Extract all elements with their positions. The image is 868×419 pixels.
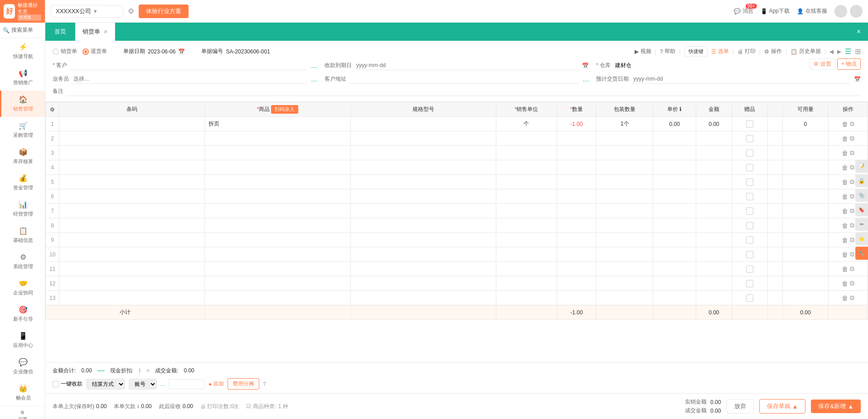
row-copy-btn[interactable]: ⧉	[850, 236, 854, 244]
sidebar-item-operations[interactable]: 📊 经营管理	[0, 196, 45, 222]
row-spec-cell[interactable]	[350, 247, 496, 262]
row-price-cell[interactable]	[653, 204, 696, 218]
row-barcode-cell[interactable]	[59, 146, 205, 160]
row-gift-cell[interactable]	[732, 204, 768, 218]
toolbar-shortkey-btn[interactable]: 快捷键	[684, 46, 708, 57]
row-price-cell[interactable]	[653, 276, 696, 291]
row-copy-btn[interactable]: ⧉	[850, 120, 854, 128]
payment-more-icon[interactable]: ...	[160, 381, 165, 387]
row-product-cell[interactable]	[205, 218, 350, 233]
row-product-cell[interactable]	[205, 291, 350, 305]
row-product-cell[interactable]	[205, 233, 350, 247]
row-price-cell[interactable]: 0.00	[653, 117, 696, 131]
one-click-checkbox[interactable]	[53, 381, 59, 387]
row-spec-cell[interactable]	[350, 291, 496, 305]
row-delete-btn[interactable]: 🗑	[842, 222, 848, 229]
row-copy-btn[interactable]: ⧉	[850, 250, 854, 258]
trial-button[interactable]: 体验行业方案	[139, 5, 189, 18]
row-spec-cell[interactable]	[350, 160, 496, 175]
toolbar-video[interactable]: ▶ 视频	[635, 48, 651, 55]
row-product-cell[interactable]	[205, 146, 350, 160]
row-copy-btn[interactable]: ⧉	[850, 265, 854, 273]
row-delete-btn[interactable]: 🗑	[842, 207, 848, 215]
row-delete-btn[interactable]: 🗑	[842, 178, 848, 186]
row-barcode-cell[interactable]	[59, 204, 205, 218]
tab-bar-close-icon[interactable]: ×	[849, 28, 868, 36]
row-qty-cell[interactable]	[557, 233, 596, 247]
row-copy-btn[interactable]: ⧉	[850, 294, 854, 302]
toolbar-select[interactable]: ☰ 选单	[711, 48, 729, 55]
customer-more-icon[interactable]: ...	[311, 62, 317, 70]
row-delete-btn[interactable]: 🗑	[842, 164, 848, 171]
row-gift-cell[interactable]	[732, 247, 768, 262]
sidebar-item-member[interactable]: 👑 畅会员	[0, 380, 45, 406]
row-spec-cell[interactable]	[350, 117, 496, 131]
tab-sales-order[interactable]: 销货单 ×	[75, 23, 115, 41]
row-delete-btn[interactable]: 🗑	[842, 265, 848, 273]
view-grid-icon[interactable]: ⊞	[855, 47, 861, 56]
row-delete-btn[interactable]: 🗑	[842, 120, 848, 128]
one-click-payment-check[interactable]: 一键收款	[53, 380, 82, 388]
row-delete-btn[interactable]: 🗑	[842, 236, 848, 244]
row-spec-cell[interactable]	[350, 131, 496, 146]
row-price-cell[interactable]	[653, 233, 696, 247]
row-price-cell[interactable]	[653, 291, 696, 305]
rp-tool-btn[interactable]: 🔧	[855, 246, 868, 260]
settings-btn[interactable]: ⚙ ⚙ 设置设置	[810, 58, 835, 70]
row-product-cell[interactable]	[205, 175, 350, 189]
row-price-cell[interactable]	[653, 160, 696, 175]
rp-attach-btn[interactable]: 📎	[855, 188, 868, 202]
row-price-cell[interactable]	[653, 189, 696, 204]
sidebar-item-quick-nav[interactable]: ⚡ 快捷导航	[0, 38, 45, 64]
row-qty-cell[interactable]: -1.00	[557, 117, 596, 131]
row-copy-btn[interactable]: ⧉	[850, 222, 854, 229]
sidebar-item-app-center[interactable]: 📱 应用中心	[0, 327, 45, 353]
topbar-settings-icon[interactable]: ⚙	[128, 7, 134, 15]
row-gift-cell[interactable]	[732, 276, 768, 291]
sidebar-item-enterprise[interactable]: 🤝 企业协同	[0, 275, 45, 301]
row-qty-cell[interactable]	[557, 146, 596, 160]
view-list-icon[interactable]: ☰	[845, 47, 851, 56]
row-spec-cell[interactable]	[350, 276, 496, 291]
customer-addr-input[interactable]	[349, 74, 578, 84]
abandon-button[interactable]: 放弃	[727, 399, 754, 414]
row-qty-cell[interactable]	[557, 218, 596, 233]
row-copy-btn[interactable]: ⧉	[850, 135, 854, 142]
sidebar-item-marketing[interactable]: 📢 营销推广	[0, 64, 45, 91]
row-spec-cell[interactable]	[350, 189, 496, 204]
customer-input[interactable]	[70, 61, 306, 70]
row-gift-cell[interactable]	[732, 291, 768, 305]
save-new-button[interactable]: 保存&新增 ▲	[811, 400, 861, 413]
user-avatar-2[interactable]	[850, 5, 863, 18]
row-barcode-cell[interactable]	[59, 276, 205, 291]
row-product-cell[interactable]	[205, 276, 350, 291]
tab-home[interactable]: 首页	[45, 23, 75, 41]
row-qty-cell[interactable]	[557, 160, 596, 175]
salesperson-more-icon[interactable]: ...	[311, 75, 317, 83]
row-price-cell[interactable]	[653, 131, 696, 146]
sidebar-search[interactable]: 🔍 搜索菜单	[0, 23, 45, 38]
row-product-cell[interactable]	[205, 262, 350, 276]
row-product-cell[interactable]: 拆页	[205, 117, 350, 131]
row-product-cell[interactable]	[205, 189, 350, 204]
row-spec-cell[interactable]	[350, 175, 496, 189]
toolbar-help[interactable]: ? 帮助	[660, 48, 676, 55]
row-barcode-cell[interactable]	[59, 233, 205, 247]
logistics-btn[interactable]: + + 物流物流	[837, 58, 861, 70]
row-gift-cell[interactable]	[732, 117, 768, 131]
row-price-cell[interactable]	[653, 175, 696, 189]
app-download-button[interactable]: 📱 App下载	[761, 7, 790, 15]
row-delete-btn[interactable]: 🗑	[842, 294, 848, 302]
row-gift-cell[interactable]	[732, 160, 768, 175]
sidebar-settings[interactable]: ⚙ 设置	[0, 406, 45, 419]
row-qty-cell[interactable]	[557, 247, 596, 262]
sidebar-item-wechat[interactable]: 💬 企业微信	[0, 353, 45, 380]
sales-order-radio[interactable]: 销货单	[53, 48, 77, 55]
row-delete-btn[interactable]: 🗑	[842, 250, 848, 258]
row-spec-cell[interactable]	[350, 218, 496, 233]
company-selector[interactable]: XXXXXX公司 ▾	[51, 5, 123, 18]
payment-amount-input[interactable]	[169, 379, 205, 389]
user-avatar[interactable]	[834, 5, 847, 18]
save-draft-button[interactable]: 保存草稿 ▲	[759, 399, 806, 414]
row-gift-cell[interactable]	[732, 262, 768, 276]
